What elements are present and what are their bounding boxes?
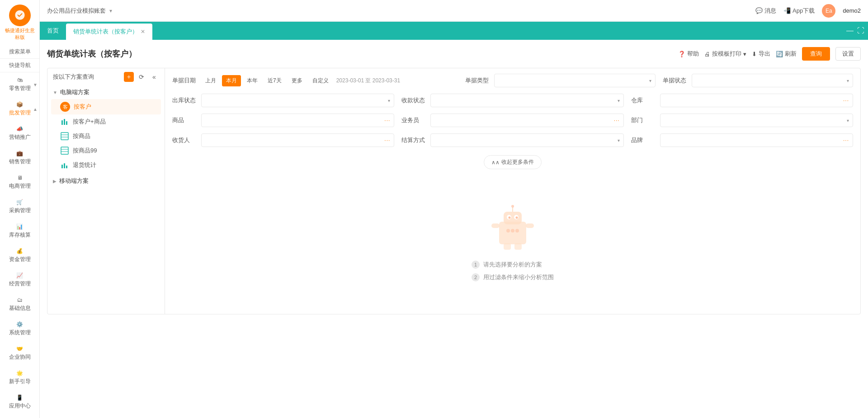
settlement-select[interactable]: ▾ bbox=[430, 133, 623, 147]
sidebar-item-purchase[interactable]: 🛒 采购管理 bbox=[0, 195, 39, 219]
svg-point-21 bbox=[511, 229, 514, 233]
doc-type-select[interactable]: ▾ bbox=[494, 74, 656, 87]
receiver-select[interactable]: ··· bbox=[201, 133, 394, 147]
date-btn-this-year[interactable]: 本年 bbox=[243, 75, 262, 86]
warehouse-select[interactable]: ··· bbox=[660, 94, 853, 107]
settings-button[interactable]: 设置 bbox=[835, 47, 861, 61]
sidebar-item-basic[interactable]: 🗂 基础信息 bbox=[0, 292, 39, 317]
dept-select[interactable]: ▾ bbox=[660, 114, 853, 127]
salesperson-select[interactable]: ··· bbox=[430, 114, 623, 127]
sidebar-item-operation[interactable]: 📈 经营管理 bbox=[0, 268, 39, 292]
page-header: 销货单统计表（按客户） ❓ 帮助 🖨 按模板打印 ▾ ⬇ 导出 bbox=[47, 47, 861, 61]
sidebar-item-wechat[interactable]: 💬 企业微信 bbox=[0, 414, 39, 418]
receipt-status-select[interactable]: ▾ bbox=[430, 94, 623, 107]
sidebar-item-inventory[interactable]: 📊 库存核算 bbox=[0, 219, 39, 243]
date-btn-more[interactable]: 更多 bbox=[288, 75, 307, 86]
sidebar-item-system[interactable]: ⚙️ 系统管理 bbox=[0, 317, 39, 341]
svg-rect-23 bbox=[491, 223, 500, 228]
quick-nav[interactable]: 快捷导航 bbox=[0, 59, 39, 72]
query-button[interactable]: 查询 bbox=[802, 47, 830, 61]
salesperson-label: 业务员 bbox=[401, 116, 427, 124]
scheme-item-by-product[interactable]: 按商品 bbox=[51, 129, 161, 143]
scheme-refresh-icon[interactable]: ⟳ bbox=[137, 72, 146, 82]
scheme-add-icon[interactable]: ＋ bbox=[124, 72, 134, 82]
scheme-item-customer-product[interactable]: 按客户+商品 bbox=[51, 114, 161, 129]
search-menu[interactable]: 搜索菜单 bbox=[0, 45, 39, 59]
tab-sales-stats[interactable]: 销货单统计表（按客户） ✕ bbox=[66, 24, 152, 40]
scheme-item-returns[interactable]: 退货统计 bbox=[51, 158, 161, 172]
user-avatar[interactable]: Ea bbox=[822, 4, 835, 18]
product-icon bbox=[60, 132, 69, 141]
svg-rect-25 bbox=[504, 243, 511, 250]
scheme-item-product-99[interactable]: 按商品99 bbox=[51, 143, 161, 158]
svg-rect-6 bbox=[61, 147, 68, 154]
home-tab-label: 首页 bbox=[47, 27, 59, 35]
scheme-section-mobile-header[interactable]: ▶ 移动端方案 bbox=[51, 174, 161, 188]
refresh-btn[interactable]: 🔄 刷新 bbox=[776, 50, 797, 58]
filter-date-item: 单据日期 上月 本月 本年 近7天 更多 自定义 2023-03-01 至 20… bbox=[172, 75, 458, 86]
basic-icon: 🗂 bbox=[17, 297, 23, 303]
scheme-collapse-icon[interactable]: « bbox=[149, 72, 159, 82]
sidebar-item-sales[interactable]: 💼 销售管理 bbox=[0, 146, 39, 170]
sales-tab-label: 销货单统计表（按客户） bbox=[73, 28, 138, 36]
sidebar-item-retail[interactable]: 🛍 零售管理 ▼ bbox=[0, 72, 39, 97]
app-download-btn[interactable]: 📲 App下载 bbox=[783, 7, 815, 15]
out-status-select[interactable]: ▾ bbox=[201, 94, 394, 107]
product-dots-icon: ··· bbox=[384, 117, 390, 124]
sidebar-item-newbie[interactable]: 🌟 新手引导 bbox=[0, 366, 39, 390]
filter-warehouse-item: 仓库 ··· bbox=[631, 94, 853, 107]
scheme-item-by-customer[interactable]: 客 按客户 bbox=[51, 99, 161, 114]
tab-home[interactable]: 首页 bbox=[40, 22, 66, 40]
out-status-chevron-icon: ▾ bbox=[388, 98, 390, 103]
tab-minimize-icon[interactable]: — bbox=[846, 27, 854, 35]
export-btn[interactable]: ⬇ 导出 bbox=[752, 50, 770, 58]
date-label: 单据日期 bbox=[172, 76, 198, 85]
product-select[interactable]: ··· bbox=[201, 114, 394, 127]
tab-maximize-icon[interactable]: ⛶ bbox=[857, 27, 864, 35]
page-title: 销货单统计表（按客户） bbox=[47, 48, 137, 59]
sidebar-item-apps[interactable]: 📱 应用中心 bbox=[0, 390, 39, 414]
filter-product-item: 商品 ··· bbox=[172, 114, 394, 127]
svg-rect-24 bbox=[526, 223, 534, 228]
header-title: 办公用品行业模拟账套 bbox=[47, 7, 106, 15]
svg-point-17 bbox=[516, 217, 518, 219]
date-btn-custom[interactable]: 自定义 bbox=[308, 75, 333, 86]
sidebar-item-marketing[interactable]: 📣 营销推广 bbox=[0, 121, 39, 146]
sidebar-item-wholesale[interactable]: 📦 批发管理 ▲ bbox=[0, 97, 39, 121]
logo-svg bbox=[13, 9, 27, 22]
retail-icon: 🛍 bbox=[17, 77, 23, 83]
app-logo[interactable]: 畅捷通好生意 标版 bbox=[0, 0, 39, 45]
sidebar: 畅捷通好生意 标版 搜索菜单 快捷导航 🛍 零售管理 ▼ 📦 批发管理 ▲ 📣 … bbox=[0, 0, 40, 418]
warehouse-dots-icon: ··· bbox=[843, 97, 849, 104]
date-btn-this-month[interactable]: 本月 bbox=[222, 75, 241, 86]
print-btn[interactable]: 🖨 按模板打印 ▾ bbox=[704, 50, 746, 58]
filter-receipt-status-item: 收款状态 ▾ bbox=[401, 94, 623, 107]
sidebar-item-enterprise[interactable]: 🤝 企业协同 bbox=[0, 341, 39, 366]
svg-point-16 bbox=[509, 217, 511, 219]
sales-icon: 💼 bbox=[16, 150, 23, 157]
sidebar-item-ecom[interactable]: 🖥 电商管理 bbox=[0, 170, 39, 195]
svg-rect-10 bbox=[64, 163, 65, 168]
message-btn[interactable]: 💬 消息 bbox=[755, 7, 776, 15]
page-content: 销货单统计表（按客户） ❓ 帮助 🖨 按模板打印 ▾ ⬇ 导出 bbox=[40, 40, 868, 418]
help-btn[interactable]: ❓ 帮助 bbox=[678, 50, 699, 58]
receipt-status-label: 收款状态 bbox=[401, 96, 427, 104]
marketing-icon: 📣 bbox=[16, 126, 23, 132]
scheme-section-desktop-header[interactable]: ▼ 电脑端方案 bbox=[51, 86, 161, 99]
svg-point-20 bbox=[506, 229, 510, 233]
user-name[interactable]: demo2 bbox=[843, 7, 861, 14]
main-panel: 按以下方案查询 ＋ ⟳ « ▼ 电脑端方案 bbox=[47, 68, 861, 314]
tab-close-icon[interactable]: ✕ bbox=[141, 28, 145, 35]
collapse-button[interactable]: ∧∧ 收起更多条件 bbox=[484, 155, 542, 169]
brand-select[interactable]: ··· bbox=[660, 133, 853, 147]
customer-scheme-icon: 客 bbox=[60, 102, 70, 112]
date-btn-7days[interactable]: 近7天 bbox=[264, 75, 286, 86]
doc-status-select[interactable]: ▾ bbox=[692, 74, 853, 87]
mobile-section-arrow: ▶ bbox=[53, 179, 57, 184]
dept-chevron-icon: ▾ bbox=[847, 118, 849, 123]
main-area: 办公用品行业模拟账套 ▾ 💬 消息 📲 App下载 Ea demo2 首页 销货… bbox=[40, 0, 868, 418]
receiver-label: 收货人 bbox=[172, 136, 198, 144]
date-btn-last-month[interactable]: 上月 bbox=[201, 75, 220, 86]
sidebar-item-finance[interactable]: 💰 资金管理 bbox=[0, 243, 39, 268]
header-dropdown-icon[interactable]: ▾ bbox=[109, 8, 112, 14]
